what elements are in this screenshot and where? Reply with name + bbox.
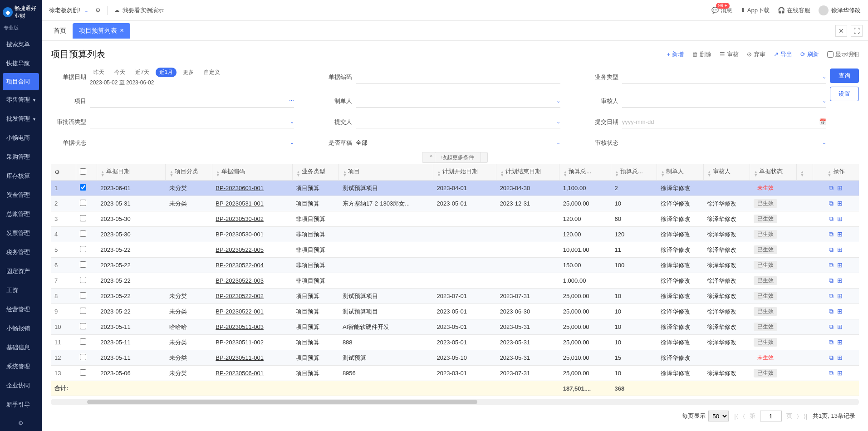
view-icon[interactable]: ⧉ (829, 323, 834, 331)
sidebar-item[interactable]: 零售管理▾ (0, 90, 42, 109)
date-shortcut[interactable]: 昨天 (90, 68, 108, 77)
collapse-filters-button[interactable]: ⌃ 收起更多条件 (422, 152, 488, 163)
biztype-select[interactable]: ⌄ (622, 71, 826, 83)
row-checkbox[interactable] (80, 323, 86, 329)
sidebar-item[interactable]: 总账管理 (0, 205, 42, 224)
more-icon[interactable]: ⊞ (837, 323, 843, 331)
sort-icon[interactable]: ▲▼ (661, 171, 665, 177)
table-row[interactable]: 7 2023-05-22 BP-20230522-003 非项目预算 1,000… (51, 273, 859, 289)
column-header[interactable]: ▲▼单据日期 (97, 164, 166, 181)
code-link[interactable]: BP-20230522-004 (216, 262, 264, 269)
code-link[interactable]: BP-20230531-001 (216, 200, 264, 207)
page-size-select[interactable]: 50 (708, 411, 729, 421)
table-row[interactable]: 4 2023-05-30 BP-20230530-001 非项目预算 120.0… (51, 227, 859, 242)
date-shortcut[interactable]: 更多 (179, 68, 197, 77)
table-row[interactable]: 12 2023-05-11 未分类 BP-20230511-001 项目预算 测… (51, 350, 859, 366)
sort-icon[interactable]: ▲▼ (296, 171, 300, 177)
column-header[interactable]: ▲▼单据编码 (212, 164, 292, 181)
detail-checkbox[interactable] (827, 51, 834, 58)
code-link[interactable]: BP-20230530-002 (216, 216, 264, 222)
more-icon[interactable]: ⊞ (837, 261, 843, 269)
approver-select[interactable]: ⌄ (622, 95, 826, 108)
sidebar-settings-icon[interactable]: ⚙ (0, 414, 42, 431)
show-detail-toggle[interactable]: 显示明细 (827, 50, 859, 59)
column-settings-button[interactable]: ⚙ (51, 164, 76, 181)
column-header[interactable]: ▲▼审核人 (703, 164, 750, 181)
sidebar-item[interactable]: 发票管理 (0, 224, 42, 243)
row-checkbox[interactable] (80, 338, 86, 345)
sort-icon[interactable]: ▲▼ (343, 171, 347, 177)
date-shortcut[interactable]: 自定义 (200, 68, 224, 77)
column-header[interactable]: ▲▼制单人 (657, 164, 703, 181)
row-checkbox[interactable] (80, 215, 86, 221)
table-row[interactable]: 5 2023-05-22 BP-20230522-005 非项目预算 10,00… (51, 242, 859, 258)
support-button[interactable]: 🎧 在线客服 (778, 6, 810, 15)
sort-icon[interactable]: ▲▼ (800, 171, 804, 177)
more-icon[interactable]: ⊞ (837, 246, 843, 254)
sort-icon[interactable]: ▲▼ (101, 171, 105, 177)
row-checkbox[interactable] (80, 277, 86, 283)
more-icon[interactable]: ⊞ (837, 308, 843, 315)
user-menu[interactable]: 徐泽华修改 (819, 5, 861, 15)
table-row[interactable]: 10 2023-05-11 哈哈哈 BP-20230511-003 项目预算 A… (51, 319, 859, 335)
tab-home[interactable]: 首页 (47, 23, 73, 39)
view-icon[interactable]: ⧉ (829, 308, 834, 315)
project-select[interactable]: ⋯ (90, 95, 294, 108)
column-header[interactable]: ▲▼计划结束日期 (496, 164, 559, 181)
column-header[interactable]: ▲▼计划开始日期 (433, 164, 496, 181)
page-input[interactable] (760, 411, 782, 421)
more-icon[interactable]: ⊞ (837, 354, 843, 362)
sidebar-item[interactable]: 批发管理▾ (0, 109, 42, 128)
view-icon[interactable]: ⧉ (829, 369, 834, 377)
sidebar-item[interactable]: 采购管理 (0, 147, 42, 167)
export-button[interactable]: ↗导出 (774, 50, 792, 59)
column-header[interactable]: ▲▼项目 (339, 164, 433, 181)
view-icon[interactable]: ⧉ (829, 354, 834, 362)
table-row[interactable]: 2 2023-05-31 未分类 BP-20230531-001 项目预算 东方… (51, 196, 859, 211)
sidebar-item[interactable]: 固定资产 (0, 262, 42, 281)
row-checkbox[interactable] (80, 308, 86, 314)
view-icon[interactable]: ⧉ (829, 338, 834, 346)
date-shortcut[interactable]: 今天 (111, 68, 129, 77)
more-icon[interactable]: ⊞ (837, 338, 843, 346)
sidebar-item[interactable]: 快捷导航 (0, 54, 42, 73)
last-page-button[interactable]: ⟩| (804, 413, 807, 420)
table-row[interactable]: 3 2023-05-30 BP-20230530-002 非项目预算 120.0… (51, 211, 859, 227)
close-icon[interactable]: ✕ (120, 28, 124, 34)
view-icon[interactable]: ⧉ (829, 200, 834, 207)
view-icon[interactable]: ⧉ (829, 277, 834, 284)
add-button[interactable]: +新增 (667, 50, 684, 59)
code-link[interactable]: BP-20230522-002 (216, 293, 264, 299)
row-checkbox[interactable] (80, 354, 86, 360)
approve-status-select[interactable]: ⌄ (622, 137, 826, 149)
row-checkbox[interactable] (80, 292, 86, 299)
flowtype-select[interactable]: ⌄ (90, 116, 294, 128)
column-header[interactable]: ▲▼操作 (813, 164, 859, 181)
code-link[interactable]: BP-20230530-001 (216, 231, 264, 238)
code-link[interactable]: BP-20230601-001 (216, 185, 264, 191)
first-page-button[interactable]: |⟨ (734, 413, 738, 420)
column-header[interactable]: ▲▼预算总... (559, 164, 611, 181)
column-header[interactable]: ▲▼ (796, 164, 813, 181)
maker-select[interactable]: ⌄ (356, 95, 560, 108)
sidebar-item[interactable]: 库存核算 (0, 167, 42, 186)
select-all-checkbox[interactable] (80, 168, 86, 175)
more-icon[interactable]: ⊞ (837, 215, 843, 223)
more-icon[interactable]: ⊞ (837, 184, 843, 192)
row-checkbox[interactable] (80, 184, 86, 191)
sort-icon[interactable]: ▲▼ (707, 171, 711, 177)
next-page-button[interactable]: ⟩ (797, 413, 799, 420)
code-link[interactable]: BP-20230522-003 (216, 277, 264, 284)
table-row[interactable]: 13 2023-05-06 未分类 BP-20230506-001 项目预算 8… (51, 366, 859, 381)
sidebar-item[interactable]: 税务管理 (0, 243, 42, 262)
column-header[interactable]: ▲▼业务类型 (292, 164, 338, 181)
sidebar-item[interactable]: 系统管理 (0, 357, 42, 376)
date-shortcut[interactable]: 近7天 (132, 68, 153, 77)
settings-button[interactable]: 设置 (830, 87, 859, 101)
tab-close-all-button[interactable]: ✕ (835, 25, 847, 37)
row-checkbox[interactable] (80, 230, 86, 237)
view-icon[interactable]: ⧉ (829, 230, 834, 238)
approve-button[interactable]: ☰审核 (720, 50, 739, 59)
demo-link[interactable]: ☁ 我要看实例演示 (114, 6, 164, 15)
row-checkbox[interactable] (80, 246, 86, 252)
